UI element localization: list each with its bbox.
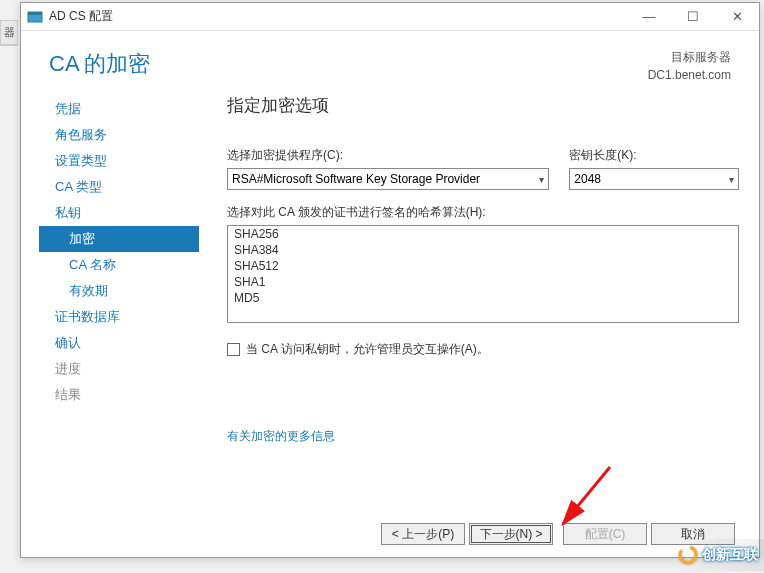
hash-item-sha1[interactable]: SHA1 bbox=[228, 274, 738, 290]
hash-item-sha512[interactable]: SHA512 bbox=[228, 258, 738, 274]
nav-role-services[interactable]: 角色服务 bbox=[39, 122, 199, 148]
hash-item-md5[interactable]: MD5 bbox=[228, 290, 738, 306]
minimize-button[interactable]: — bbox=[627, 3, 671, 31]
provider-label: 选择加密提供程序(C): bbox=[227, 147, 549, 164]
chevron-down-icon: ▾ bbox=[539, 174, 544, 185]
nav-progress: 进度 bbox=[39, 356, 199, 382]
hash-item-sha384[interactable]: SHA384 bbox=[228, 242, 738, 258]
more-info-link[interactable]: 有关加密的更多信息 bbox=[227, 428, 335, 445]
nav-private-key[interactable]: 私钥 bbox=[39, 200, 199, 226]
header: CA 的加密 目标服务器 DC1.benet.com bbox=[21, 31, 759, 90]
prev-button[interactable]: < 上一步(P) bbox=[381, 523, 465, 545]
window-title: AD CS 配置 bbox=[49, 8, 627, 25]
provider-value: RSA#Microsoft Software Key Storage Provi… bbox=[232, 172, 480, 186]
nav-validity[interactable]: 有效期 bbox=[39, 278, 199, 304]
next-button[interactable]: 下一步(N) > bbox=[469, 523, 553, 545]
app-icon bbox=[27, 9, 43, 25]
close-button[interactable]: ✕ bbox=[715, 3, 759, 31]
nav-ca-type[interactable]: CA 类型 bbox=[39, 174, 199, 200]
nav-confirm[interactable]: 确认 bbox=[39, 330, 199, 356]
target-server-value: DC1.benet.com bbox=[648, 68, 731, 82]
page-title: CA 的加密 bbox=[49, 49, 150, 79]
provider-select[interactable]: RSA#Microsoft Software Key Storage Provi… bbox=[227, 168, 549, 190]
section-title: 指定加密选项 bbox=[227, 94, 739, 117]
svg-point-4 bbox=[680, 547, 696, 563]
maximize-button[interactable]: ☐ bbox=[671, 3, 715, 31]
configure-button: 配置(C) bbox=[563, 523, 647, 545]
nav-result: 结果 bbox=[39, 382, 199, 408]
admin-interact-label: 当 CA 访问私钥时，允许管理员交互操作(A)。 bbox=[246, 341, 489, 358]
nav-ca-name[interactable]: CA 名称 bbox=[39, 252, 199, 278]
watermark: 创新互联 bbox=[672, 539, 764, 571]
hash-item-sha256[interactable]: SHA256 bbox=[228, 226, 738, 242]
hash-label: 选择对此 CA 颁发的证书进行签名的哈希算法(H): bbox=[227, 204, 739, 221]
nav-cryptography[interactable]: 加密 bbox=[39, 226, 199, 252]
nav-setup-type[interactable]: 设置类型 bbox=[39, 148, 199, 174]
wizard-window: AD CS 配置 — ☐ ✕ CA 的加密 目标服务器 DC1.benet.co… bbox=[20, 2, 760, 558]
target-server-label: 目标服务器 bbox=[648, 49, 731, 66]
keylen-select[interactable]: 2048 ▾ bbox=[569, 168, 739, 190]
svg-rect-1 bbox=[28, 12, 42, 15]
keylen-value: 2048 bbox=[574, 172, 601, 186]
nav-credentials[interactable]: 凭据 bbox=[39, 96, 199, 122]
chevron-down-icon: ▾ bbox=[729, 174, 734, 185]
titlebar: AD CS 配置 — ☐ ✕ bbox=[21, 3, 759, 31]
wizard-nav: 凭据 角色服务 设置类型 CA 类型 私钥 加密 CA 名称 有效期 证书数据库… bbox=[39, 90, 199, 455]
nav-cert-db[interactable]: 证书数据库 bbox=[39, 304, 199, 330]
hash-listbox[interactable]: SHA256 SHA384 SHA512 SHA1 MD5 bbox=[227, 225, 739, 323]
side-tab-1: 器 bbox=[1, 21, 17, 45]
admin-interact-checkbox[interactable] bbox=[227, 343, 240, 356]
keylen-label: 密钥长度(K): bbox=[569, 147, 739, 164]
